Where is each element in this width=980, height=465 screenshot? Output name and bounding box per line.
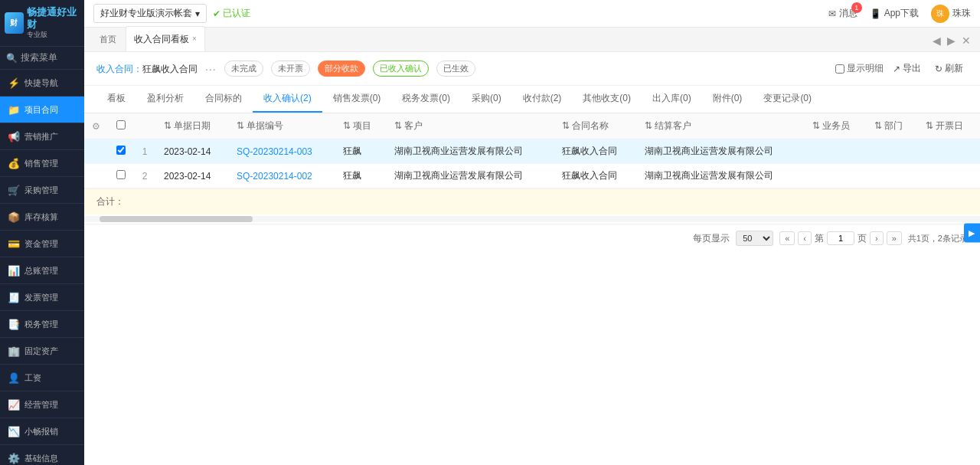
subtab-kanban[interactable]: 看板 — [96, 86, 136, 113]
scrollbar-thumb[interactable] — [100, 216, 253, 222]
refresh-label: 刷新 — [945, 62, 963, 75]
display-detail-label: 显示明细 — [847, 62, 884, 75]
page-navigation: « ‹ 第 1 页 › » — [779, 231, 902, 245]
tab-nav-close[interactable]: ✕ — [960, 33, 972, 48]
sidebar-item-quick-nav[interactable]: ⚡ 快捷导航 — [0, 70, 84, 97]
refresh-button[interactable]: ↻ 刷新 — [930, 60, 968, 77]
next-page-button[interactable]: › — [870, 231, 884, 245]
status-btn-incomplete[interactable]: 未完成 — [224, 61, 263, 77]
sidebar-item-hr[interactable]: 👤 工资 — [0, 365, 84, 391]
subtab-attachment[interactable]: 附件(0) — [702, 86, 753, 113]
horizontal-scrollbar[interactable] — [84, 216, 980, 222]
row-contract: 狂飙收入合同 — [554, 139, 636, 164]
sidebar-item-management[interactable]: 📈 经营管理 — [0, 391, 84, 418]
tab-close-button[interactable]: × — [192, 30, 197, 48]
last-page-button[interactable]: » — [887, 231, 902, 245]
sidebar-item-label: 库存核算 — [24, 211, 58, 223]
company-selector[interactable]: 好业财专业版演示帐套 ▾ — [93, 4, 207, 23]
display-detail-checkbox[interactable]: 显示明细 — [835, 62, 884, 75]
status-btn-uninvoiced[interactable]: 未开票 — [271, 61, 310, 77]
row-checkbox-cell[interactable] — [109, 164, 133, 188]
subtab-subject[interactable]: 合同标的 — [194, 86, 253, 113]
sidebar-item-label: 经营管理 — [24, 399, 58, 411]
tab-home[interactable]: 首页 — [92, 27, 124, 51]
sort-icon: ⇅ — [926, 120, 933, 131]
sidebar-item-general[interactable]: 📊 总账管理 — [0, 257, 84, 284]
contract-col-header[interactable]: ⇅ 合同名称 — [554, 113, 636, 139]
marketing-icon: 📢 — [8, 130, 20, 142]
topbar: 好业财专业版演示帐套 ▾ ✔ 已认证 ✉ 消息 1 📱 App下载 珠 珠珠 — [84, 0, 980, 28]
page-title-name: 狂飙收入合同 — [142, 64, 198, 74]
project-col-header[interactable]: ⇅ 项目 — [335, 113, 387, 139]
page-unit: 页 — [858, 232, 867, 245]
status-btn-confirmed[interactable]: 已收入确认 — [373, 61, 429, 77]
row-checkbox[interactable] — [116, 146, 126, 155]
subtab-income-confirm[interactable]: 收入确认(2) — [253, 86, 322, 113]
subtab-payment[interactable]: 收付款(2) — [512, 86, 573, 113]
sidebar-item-project[interactable]: 📁 项目合同 — [0, 97, 84, 123]
status-btn-effective[interactable]: 已生效 — [436, 61, 475, 77]
page-number-input[interactable]: 1 — [827, 231, 854, 245]
capital-icon: 💳 — [8, 237, 20, 250]
page-header: 收入合同：狂飙收入合同 ··· 未完成 未开票 部分收款 已收入确认 已生效 显… — [84, 52, 980, 86]
sidebar-item-report[interactable]: 📉 小畅报销 — [0, 418, 84, 445]
subtab-profit[interactable]: 盈利分析 — [136, 86, 194, 113]
sidebar-item-label: 快捷导航 — [24, 77, 58, 89]
subtab-other-receipt[interactable]: 其他收支(0) — [572, 86, 642, 113]
verified-badge: ✔ 已认证 — [213, 7, 250, 20]
row-department — [867, 164, 918, 188]
date-col-header[interactable]: ⇅ 单据日期 — [156, 113, 229, 139]
subtab-change-log[interactable]: 变更记录(0) — [753, 86, 822, 113]
salesman-col-header[interactable]: ⇅ 业务员 — [805, 113, 867, 139]
subtab-sales-invoice[interactable]: 销售发票(0) — [322, 86, 392, 113]
tab-income-contract[interactable]: 收入合同看板 × — [126, 26, 205, 51]
sidebar-item-sales[interactable]: 💰 销售管理 — [0, 150, 84, 177]
sidebar-item-tax[interactable]: 📑 税务管理 — [0, 311, 84, 338]
row-salesman — [805, 139, 867, 164]
row-checkbox-cell[interactable] — [109, 139, 133, 164]
app-download-button[interactable]: 📱 App下载 — [870, 7, 919, 20]
open-date-col-header[interactable]: ⇅ 开票日 — [918, 113, 980, 139]
row-checkbox[interactable] — [116, 170, 126, 179]
sidebar-item-fixed-asset[interactable]: 🏢 固定资产 — [0, 338, 84, 365]
subtab-tax-invoice[interactable]: 税务发票(0) — [391, 86, 461, 113]
sidebar-item-purchase[interactable]: 🛒 采购管理 — [0, 177, 84, 204]
report-icon: 📉 — [8, 425, 20, 437]
per-page-select[interactable]: 50 100 200 — [736, 231, 773, 246]
tab-nav-prev[interactable]: ◀ — [931, 33, 942, 48]
table-row[interactable]: 1 2023-02-14 SQ-20230214-003 狂飙 湖南卫视商业运营… — [84, 139, 980, 164]
more-options-button[interactable]: ··· — [205, 63, 217, 75]
row-code[interactable]: SQ-20230214-003 — [229, 139, 335, 164]
prev-page-button[interactable]: ‹ — [798, 231, 812, 245]
tab-nav-next[interactable]: ▶ — [946, 33, 957, 48]
row-code[interactable]: SQ-20230214-002 — [229, 164, 335, 188]
subtab-purchase[interactable]: 采购(0) — [461, 86, 512, 113]
project-icon: 📁 — [8, 103, 20, 116]
customer-col-header[interactable]: ⇅ 客户 — [387, 113, 555, 139]
settings-icon[interactable]: ⚙ — [92, 121, 100, 132]
sidebar-item-label: 采购管理 — [24, 185, 58, 196]
select-all-checkbox[interactable] — [116, 120, 126, 129]
export-button[interactable]: ↗ 导出 — [888, 60, 926, 77]
settlement-customer-col-header[interactable]: ⇅ 结算客户 — [637, 113, 805, 139]
sidebar-item-capital[interactable]: 💳 资金管理 — [0, 231, 84, 257]
row-customer: 湖南卫视商业运营发展有限公司 — [387, 139, 555, 164]
message-button[interactable]: ✉ 消息 1 — [828, 7, 858, 20]
sidebar-item-search[interactable]: 🔍 搜索菜单 — [0, 47, 84, 70]
subtab-warehouse[interactable]: 出入库(0) — [642, 86, 702, 113]
sidebar-item-marketing[interactable]: 📢 营销推广 — [0, 123, 84, 150]
display-detail-input[interactable] — [835, 64, 844, 74]
row-salesman — [805, 164, 867, 188]
sidebar-item-invoice[interactable]: 🧾 发票管理 — [0, 284, 84, 311]
row-num: 1 — [133, 139, 156, 164]
sidebar-item-base[interactable]: ⚙️ 基础信息 — [0, 445, 84, 465]
first-page-button[interactable]: « — [779, 231, 795, 245]
side-panel-button[interactable]: ▶ — [964, 223, 980, 242]
total-label: 合计： — [96, 195, 124, 208]
status-btn-partial[interactable]: 部分收款 — [318, 61, 365, 77]
table-row[interactable]: 2 2023-02-14 SQ-20230214-002 狂飙 湖南卫视商业运营… — [84, 164, 980, 188]
code-col-header[interactable]: ⇅ 单据编号 — [229, 113, 335, 139]
department-col-header[interactable]: ⇅ 部门 — [867, 113, 918, 139]
user-menu[interactable]: 珠 珠珠 — [931, 5, 971, 23]
sidebar-item-inventory[interactable]: 📦 库存核算 — [0, 204, 84, 231]
